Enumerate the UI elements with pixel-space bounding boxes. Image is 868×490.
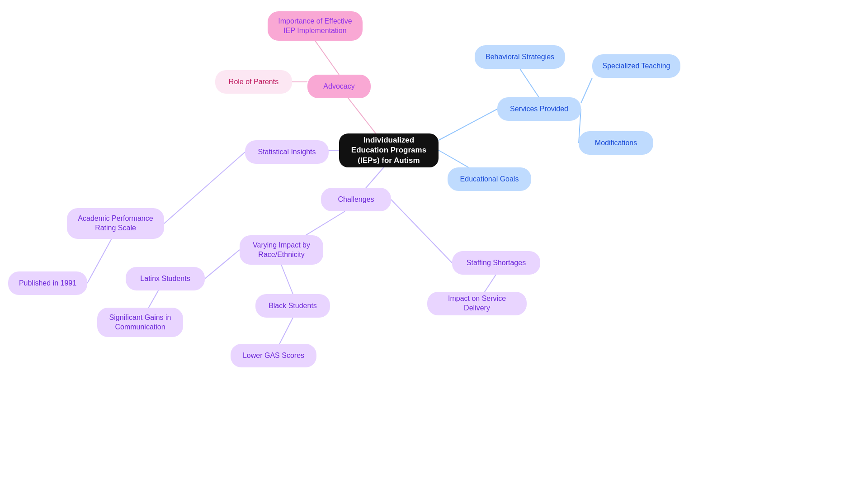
svg-line-15 — [439, 109, 497, 140]
challenges-node[interactable]: Challenges — [321, 188, 391, 211]
behavioral-strategies-node[interactable]: Behavioral Strategies — [475, 45, 565, 69]
statistical-insights-node[interactable]: Statistical Insights — [245, 140, 329, 164]
lower-gas-node[interactable]: Lower GAS Scores — [231, 344, 316, 367]
svg-line-8 — [205, 250, 240, 279]
behavioral-strategies-label: Behavioral Strategies — [486, 52, 554, 62]
significant-gains-node[interactable]: Significant Gains in Communication — [97, 308, 183, 337]
black-students-label: Black Students — [269, 301, 317, 311]
significant-gains-label: Significant Gains in Communication — [107, 313, 173, 332]
importance-node[interactable]: Importance of Effective IEP Implementati… — [268, 11, 363, 41]
center-node[interactable]: Individualized Education Programs (IEPs)… — [339, 133, 439, 167]
center-label: Individualized Education Programs (IEPs)… — [349, 135, 429, 165]
varying-impact-label: Varying Impact by Race/Ethnicity — [250, 241, 313, 260]
services-provided-node[interactable]: Services Provided — [497, 97, 581, 121]
academic-perf-node[interactable]: Academic Performance Rating Scale — [67, 208, 164, 239]
mind-map-connections — [0, 0, 868, 490]
latinx-students-label: Latinx Students — [140, 274, 190, 284]
specialized-teaching-node[interactable]: Specialized Teaching — [592, 54, 680, 78]
lower-gas-label: Lower GAS Scores — [243, 351, 304, 361]
statistical-insights-label: Statistical Insights — [258, 147, 316, 157]
specialized-teaching-label: Specialized Teaching — [602, 62, 670, 71]
svg-line-12 — [391, 200, 452, 263]
svg-line-4 — [164, 152, 245, 224]
svg-line-10 — [281, 265, 293, 294]
svg-line-16 — [520, 69, 539, 97]
advocacy-label: Advocacy — [323, 82, 354, 91]
staffing-shortages-label: Staffing Shortages — [467, 258, 526, 268]
impact-service-delivery-node[interactable]: Impact on Service Delivery — [427, 292, 527, 315]
challenges-label: Challenges — [338, 195, 374, 205]
svg-line-17 — [581, 78, 592, 103]
services-provided-label: Services Provided — [510, 105, 568, 114]
educational-goals-node[interactable]: Educational Goals — [448, 167, 531, 191]
role-of-parents-label: Role of Parents — [229, 77, 278, 87]
academic-perf-label: Academic Performance Rating Scale — [77, 214, 154, 233]
advocacy-node[interactable]: Advocacy — [307, 75, 371, 98]
published-1991-node[interactable]: Published in 1991 — [8, 271, 87, 295]
educational-goals-label: Educational Goals — [460, 175, 519, 184]
black-students-node[interactable]: Black Students — [255, 294, 330, 318]
staffing-shortages-node[interactable]: Staffing Shortages — [452, 251, 540, 275]
impact-service-delivery-label: Impact on Service Delivery — [437, 294, 517, 313]
latinx-students-node[interactable]: Latinx Students — [126, 267, 205, 290]
varying-impact-node[interactable]: Varying Impact by Race/Ethnicity — [240, 235, 323, 265]
modifications-node[interactable]: Modifications — [579, 131, 653, 155]
published-1991-label: Published in 1991 — [19, 279, 76, 288]
role-of-parents-node[interactable]: Role of Parents — [215, 70, 292, 94]
svg-line-1 — [315, 41, 339, 75]
svg-line-5 — [87, 231, 116, 283]
importance-label: Importance of Effective IEP Implementati… — [278, 17, 353, 36]
modifications-label: Modifications — [595, 138, 637, 148]
